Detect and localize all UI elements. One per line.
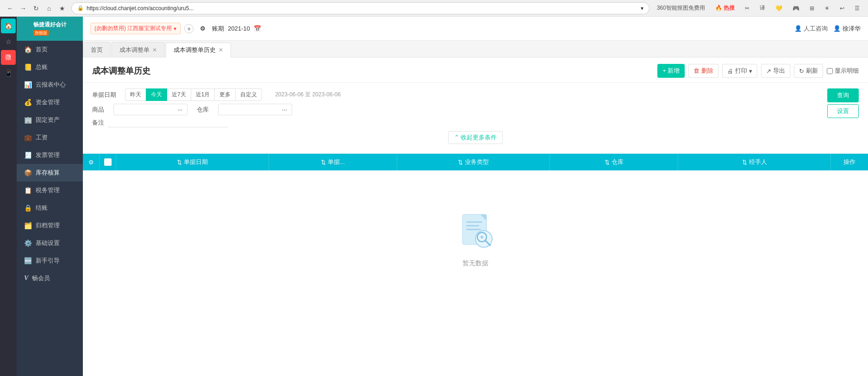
sidebar-item-closing[interactable]: 🔒 结账	[17, 199, 83, 217]
invoice-icon: 🧾	[24, 151, 32, 159]
th-no[interactable]: ⇅ 单据...	[269, 154, 398, 170]
sidebar-item-fixed-assets[interactable]: 🏢 固定资产	[17, 111, 83, 129]
gear-column-icon: ⚙	[88, 159, 94, 166]
iconbar-star[interactable]: ☆	[1, 34, 16, 49]
export-button[interactable]: ↗ 导出	[761, 64, 790, 78]
sidebar-label-fixed-assets: 固定资产	[36, 116, 60, 124]
th-gear[interactable]: ⚙	[83, 154, 100, 170]
page-title: 成本调整单历史	[92, 65, 150, 76]
sidebar-item-funds[interactable]: 💰 资金管理	[17, 94, 83, 111]
tax-icon: 📋	[24, 187, 32, 194]
sidebar-item-vip[interactable]: V 畅会员	[17, 269, 83, 287]
show-cols-checkbox-label[interactable]: 显示明细	[827, 67, 859, 75]
forward-button[interactable]: →	[18, 3, 29, 14]
print-label: 打印	[735, 67, 747, 75]
sort-operator-icon: ⇅	[742, 159, 747, 166]
sidebar-item-salary[interactable]: 💼 工资	[17, 129, 83, 146]
goods-dropdown[interactable]: ···	[113, 104, 187, 115]
sidebar-label-ledger: 总账	[36, 63, 48, 71]
company-selector[interactable]: (勿删勿禁用) 江西服宝测试专用 ▾	[90, 23, 181, 34]
tab-home[interactable]: 首页	[83, 42, 111, 57]
sidebar-item-reports[interactable]: 📊 云报表中心	[17, 76, 83, 94]
delete-button[interactable]: 🗑 删除	[688, 64, 718, 78]
th-operator-label: 经手人	[749, 158, 767, 166]
note-input[interactable]	[108, 118, 228, 127]
th-operator[interactable]: ⇅ 经手人	[678, 154, 831, 170]
tab-cost-adjust-close[interactable]: ✕	[152, 47, 157, 53]
filter-action-btns: 查询 设置	[827, 88, 859, 118]
sidebar-label-salary: 工资	[36, 133, 48, 142]
top-bar: (勿删勿禁用) 江西服宝测试专用 ▾ + ⚙ 账期 2021-10 📅 👤 人工…	[83, 17, 868, 41]
scissors-tool[interactable]: ✂	[741, 4, 753, 13]
date-btn-yesterday[interactable]: 昨天	[125, 88, 146, 101]
header-checkbox[interactable]	[104, 158, 112, 166]
tab-home-label: 首页	[91, 46, 103, 54]
theme-tool[interactable]: ☀	[821, 4, 833, 13]
translate-tool[interactable]: 译	[756, 3, 769, 13]
collapse-button[interactable]: ⌃ 收起更多条件	[448, 131, 503, 144]
icon-bar: 🏠 ☆ 微 📱	[0, 17, 17, 376]
vip-icon: V	[24, 275, 28, 282]
history-tool[interactable]: ↩	[836, 4, 848, 13]
date-btn-custom[interactable]: 自定义	[235, 88, 262, 101]
customer-service-button[interactable]: 👤 人工咨询	[794, 25, 828, 33]
apps-tool[interactable]: ⊞	[806, 4, 818, 13]
sidebar-item-invoice[interactable]: 🧾 发票管理	[17, 146, 83, 164]
query-button[interactable]: 查询	[827, 88, 859, 102]
browser-tools: 360智能抠图免费用 🔥 热搜 ✂ 译 💛 🎮 ⊞ ☀ ↩ ☰	[653, 3, 863, 13]
salary-icon: 💼	[24, 134, 32, 141]
date-btn-today[interactable]: 今天	[146, 88, 167, 101]
svg-rect-1	[466, 221, 482, 223]
th-checkbox[interactable]	[100, 154, 116, 170]
date-btn-7days[interactable]: 近7天	[167, 88, 191, 101]
print-button[interactable]: 🖨 打印 ▾	[722, 64, 757, 78]
fixed-assets-icon: 🏢	[24, 116, 32, 124]
sidebar-item-archive[interactable]: 🗂️ 归档管理	[17, 217, 83, 234]
th-date[interactable]: ⇅ 单据日期	[116, 154, 269, 170]
search-tool[interactable]: 360智能抠图免费用	[653, 3, 709, 13]
iconbar-home[interactable]: 🏠	[1, 19, 16, 33]
sort-no-icon: ⇅	[321, 159, 326, 166]
warehouse-dropdown[interactable]: ···	[218, 104, 292, 115]
user-info[interactable]: 👤 徐泽华	[833, 25, 861, 33]
date-btn-more[interactable]: 更多	[214, 88, 236, 101]
th-warehouse[interactable]: ⇅ 仓库	[550, 154, 679, 170]
back-button[interactable]: ←	[5, 3, 16, 14]
tab-cost-adjust[interactable]: 成本调整单 ✕	[112, 42, 165, 57]
settings-gear-icon[interactable]: ⚙	[197, 23, 208, 34]
address-bar[interactable]: 🔒 https://cloud.chanjet.com/accounting/u…	[71, 2, 649, 14]
sidebar-logo: 畅捷通好会计 旗舰版	[17, 17, 83, 41]
date-btn-1month[interactable]: 近1月	[191, 88, 215, 101]
iconbar-app[interactable]: 📱	[1, 66, 16, 81]
tab-cost-adjust-history[interactable]: 成本调整单历史 ✕	[166, 43, 231, 57]
sidebar-label-reports: 云报表中心	[36, 81, 66, 89]
show-cols-checkbox[interactable]	[827, 68, 833, 74]
table-container: ⚙ ⇅ 单据日期 ⇅ 单据... ⇅ 业务类型	[83, 154, 868, 305]
filter-settings-button[interactable]: 设置	[827, 104, 859, 118]
sidebar-item-inventory[interactable]: 📦 库存核算	[17, 164, 83, 182]
tab-cost-adjust-history-close[interactable]: ✕	[219, 47, 223, 53]
home-button[interactable]: ⌂	[44, 3, 55, 14]
calendar-icon[interactable]: 📅	[254, 25, 261, 32]
menu-tool[interactable]: ☰	[851, 4, 863, 13]
filter-main-row: 单据日期 昨天 今天 近7天 近1月 更多 自定义 2023-06-06 至 2…	[92, 88, 859, 127]
iconbar-social[interactable]: 微	[1, 50, 16, 65]
refresh-button[interactable]: ↻ 刷新	[794, 64, 823, 78]
url-text: https://cloud.chanjet.com/accounting/uru…	[87, 5, 638, 12]
filter-date-row: 单据日期 昨天 今天 近7天 近1月 更多 自定义 2023-06-06 至 2…	[92, 88, 820, 101]
bookmark-button[interactable]: ★	[56, 3, 68, 14]
sidebar-label-inventory: 库存核算	[36, 169, 60, 177]
sidebar-item-settings[interactable]: ⚙️ 基础设置	[17, 234, 83, 252]
sidebar-item-ledger[interactable]: 📒 总账	[17, 58, 83, 76]
sidebar-label-closing: 结账	[36, 204, 48, 212]
add-button[interactable]: + 新增	[657, 64, 685, 78]
th-type[interactable]: ⇅ 业务类型	[397, 154, 550, 170]
reports-icon: 📊	[24, 81, 32, 88]
sidebar-item-guide[interactable]: 🆕 新手引导	[17, 252, 83, 269]
sidebar-item-tax[interactable]: 📋 税务管理	[17, 182, 83, 199]
refresh-button[interactable]: ↻	[31, 3, 42, 14]
game-tool[interactable]: 🎮	[789, 4, 803, 13]
add-tab-button[interactable]: +	[184, 24, 194, 33]
sidebar-item-home[interactable]: 🏠 首页	[17, 41, 83, 58]
wallet-tool[interactable]: 💛	[772, 4, 786, 13]
